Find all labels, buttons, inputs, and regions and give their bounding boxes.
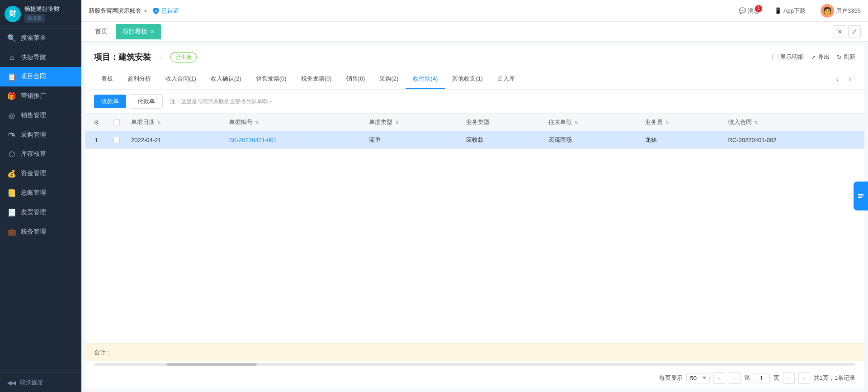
- table-row[interactable]: 1 2022-04-21 SK-20220421-001 蓝单 应收款 宏茂商: [85, 131, 864, 149]
- subtab-receipt[interactable]: 收付款(4): [406, 69, 445, 89]
- subtab-profit[interactable]: 盈利分析: [120, 69, 158, 89]
- subtab-prev-button[interactable]: ‹: [832, 74, 843, 85]
- unpin-label: 取消固定: [20, 378, 43, 387]
- col-salesman[interactable]: 业务员 ⇅: [640, 114, 722, 131]
- subtab-kanban[interactable]: 看板: [94, 69, 120, 89]
- subtab-purchase[interactable]: 采购(2): [372, 69, 406, 89]
- subtab-sales[interactable]: 销售(0): [339, 69, 373, 89]
- subtab-next-button[interactable]: ›: [844, 74, 855, 85]
- row-number-link[interactable]: SK-20220421-001: [229, 137, 277, 143]
- tax-icon: 💼: [7, 228, 16, 236]
- sort-arrows-salesman: ⇅: [665, 120, 669, 125]
- unpin-icon: ◀◀: [7, 379, 16, 386]
- tab-kanban-label: 项目看板: [122, 28, 147, 36]
- topbar-project[interactable]: 新服务官网演示账套 ▾: [89, 7, 147, 15]
- col-type[interactable]: 单据类型 ⇅: [363, 114, 460, 131]
- summary-row: 合计：: [85, 344, 864, 361]
- sidebar-item-inventory[interactable]: ⬡ 库存核算: [0, 144, 81, 164]
- tabbar: 首页 项目看板 ✕ ✕ ⤢: [81, 22, 868, 42]
- settings-icon[interactable]: ⚙: [94, 119, 99, 126]
- sidebar-item-label: 库存核算: [21, 150, 46, 158]
- marketing-icon: 🎁: [7, 92, 16, 100]
- sidebar-item-ledger[interactable]: 📒 总账管理: [0, 183, 81, 203]
- sidebar-item-search[interactable]: 🔍 搜索菜单: [0, 29, 81, 48]
- sidebar-item-tax[interactable]: 💼 税务管理: [0, 222, 81, 242]
- sort-arrows-contract: ⇅: [754, 120, 758, 125]
- header-checkbox[interactable]: [113, 119, 120, 125]
- sidebar-header: 财 畅捷通好业财 标准版: [0, 0, 81, 29]
- col-partner[interactable]: 往来单位 ⇅: [543, 114, 640, 131]
- sidebar-item-marketing[interactable]: 🎁 营销推广: [0, 86, 81, 106]
- phone-icon: 📱: [774, 7, 782, 14]
- sidebar-item-label: 快捷导航: [21, 53, 46, 62]
- sidebar-item-sales[interactable]: ◎ 销售管理: [0, 106, 81, 125]
- message-icon: 💬: [739, 7, 746, 14]
- col-number[interactable]: 单据编号 ⇅: [224, 114, 364, 131]
- subtab-inout[interactable]: 出入库: [490, 69, 522, 89]
- sidebar-item-finance[interactable]: 💰 资金管理: [0, 164, 81, 183]
- subtab-tax-invoice[interactable]: 税务发票(0): [294, 69, 339, 89]
- sidebar-item-quicknav[interactable]: ⌂ 快捷导航: [0, 48, 81, 67]
- content-area: 项目：建筑安装 ··· 已生效 显示明细 ↗ 导出 ↻ 刷新: [85, 45, 864, 388]
- export-button[interactable]: ↗ 导出: [811, 53, 830, 61]
- sidebar-item-label: 采购管理: [21, 131, 46, 139]
- scroll-thumb[interactable]: [166, 363, 257, 366]
- subtab-income-contract[interactable]: 收入合同(1): [158, 69, 203, 89]
- refresh-button[interactable]: ↻ 刷新: [837, 53, 855, 61]
- sort-arrows-type: ⇅: [395, 120, 399, 125]
- chevron-down-icon[interactable]: ▾: [144, 8, 147, 14]
- tab-close-icon[interactable]: ✕: [150, 29, 155, 35]
- col-date[interactable]: 单据日期 ⇅: [126, 114, 224, 131]
- scroll-track[interactable]: [94, 363, 855, 366]
- sidebar-logo: 财: [5, 6, 21, 22]
- home-icon: ⌂: [7, 53, 16, 62]
- page-input[interactable]: [754, 373, 770, 383]
- sidebar-item-purchase[interactable]: 🛍 采购管理: [0, 125, 81, 144]
- row-checkbox-cell[interactable]: [108, 131, 126, 149]
- summary-label: 合计：: [94, 349, 112, 356]
- payment-button[interactable]: 付款单: [130, 94, 163, 109]
- floating-action-button[interactable]: [854, 182, 868, 210]
- more-options-button[interactable]: ···: [156, 54, 165, 61]
- prev-page-button[interactable]: ‹: [729, 372, 741, 384]
- divider: [813, 6, 813, 15]
- last-page-button[interactable]: »: [798, 372, 810, 384]
- sidebar-item-label: 总账管理: [21, 189, 46, 197]
- subtab-income-confirm[interactable]: 收入确认(2): [203, 69, 249, 89]
- col-income-contract[interactable]: 收入合同 ⇅: [723, 114, 864, 131]
- row-checkbox[interactable]: [113, 137, 120, 143]
- message-badge: 1: [755, 5, 762, 12]
- sidebar-nav: 🔍 搜索菜单 ⌂ 快捷导航 📋 项目合同 🎁 营销推广 ◎ 销售管理 🛍 采购管…: [0, 29, 81, 373]
- project-header: 项目：建筑安装 ··· 已生效 显示明细 ↗ 导出 ↻ 刷新: [85, 45, 864, 69]
- show-detail-checkbox[interactable]: 显示明细: [772, 53, 804, 61]
- user-menu-button[interactable]: 🧑 用户3355: [821, 4, 861, 18]
- topbar-actions: 💬 消息 1 📱 App下载 🧑 用户3355: [739, 4, 861, 18]
- receipt-button[interactable]: 收款单: [94, 95, 126, 108]
- close-tab-button[interactable]: ✕: [834, 25, 846, 38]
- search-icon: 🔍: [7, 34, 16, 43]
- btnbar: 收款单 付款单 注：这里是与项目关联的全部收付款单哦～: [85, 90, 864, 114]
- row-number[interactable]: SK-20220421-001: [224, 131, 364, 149]
- sidebar-item-project[interactable]: 📋 项目合同: [0, 67, 81, 86]
- row-type: 蓝单: [363, 131, 460, 149]
- per-page-select[interactable]: 50 100: [686, 373, 710, 383]
- subtab-sales-invoice[interactable]: 销售发票(0): [249, 69, 294, 89]
- tab-kanban[interactable]: 项目看板 ✕: [116, 24, 161, 39]
- horizontal-scrollbar[interactable]: [85, 361, 864, 368]
- subtab-other-expense[interactable]: 其他收支(1): [445, 69, 490, 89]
- sidebar-footer-unpin[interactable]: ◀◀ 取消固定: [0, 373, 81, 392]
- page-label: 第: [744, 374, 750, 382]
- next-page-button[interactable]: ›: [783, 372, 795, 384]
- export-label: 导出: [818, 53, 830, 61]
- message-button[interactable]: 💬 消息 1: [739, 7, 760, 15]
- tab-home[interactable]: 首页: [89, 24, 114, 39]
- first-page-button[interactable]: «: [713, 372, 725, 384]
- fullscreen-button[interactable]: ⤢: [848, 25, 861, 38]
- certified-label: 已认证: [161, 7, 179, 15]
- export-icon: ↗: [811, 54, 816, 61]
- sidebar-item-invoice[interactable]: 🧾 发票管理: [0, 203, 81, 222]
- main-area: 新服务官网演示账套 ▾ 已认证 💬 消息 1 📱 App下载 �: [81, 0, 868, 392]
- app-download-button[interactable]: 📱 App下载: [774, 7, 806, 15]
- topbar-project-name: 新服务官网演示账套: [89, 7, 142, 15]
- show-detail-label: 显示明细: [780, 53, 804, 61]
